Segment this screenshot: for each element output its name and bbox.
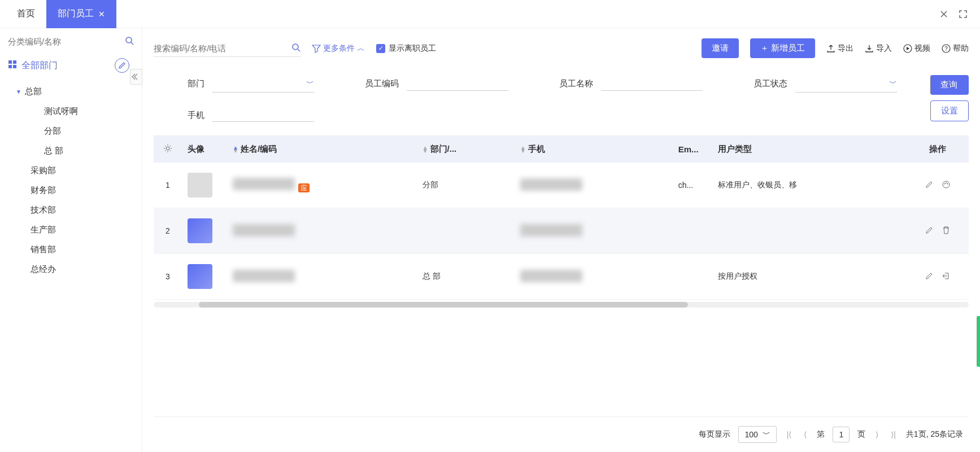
emp-status-select[interactable]: ﹀ [795, 75, 897, 93]
employee-table: 头像 ▲▼姓名/编码 ▲▼部门/... ▲▼手机 Em... 用户类型 操作 1… [154, 136, 969, 300]
tree-node[interactable]: 技术部 [0, 200, 142, 220]
cell-mobile [515, 208, 673, 254]
svg-rect-3 [8, 65, 12, 68]
more-conditions-label: 更多条件 [323, 43, 355, 54]
cell-department: 分部 [417, 163, 515, 208]
field-emp-name: 员工名称 [542, 75, 703, 93]
field-label: 部门 [154, 78, 204, 89]
prev-page-icon[interactable]: ⟨ [802, 430, 809, 439]
first-page-icon[interactable]: |⟨ [785, 430, 794, 439]
tree-node-hq[interactable]: ▼ 总部 [0, 82, 142, 102]
chevron-down-icon: ﹀ [889, 78, 897, 89]
table-row[interactable]: 1应分部ch...标准用户、收银员、移 [154, 163, 969, 208]
import-label: 导入 [876, 43, 892, 54]
query-button[interactable]: 查询 [930, 75, 969, 95]
tree-label: 销售部 [31, 244, 56, 255]
tree-node[interactable]: 销售部 [0, 240, 142, 260]
cell-user-type: 按用户授权 [712, 254, 907, 300]
row-action-icon[interactable] [942, 180, 951, 191]
mobile-input[interactable] [212, 108, 314, 122]
col-label: 姓名/编码 [241, 144, 277, 153]
sidebar-root[interactable]: 全部部门 [0, 52, 142, 78]
close-all-icon[interactable] [938, 8, 949, 20]
col-actions: 操作 [907, 136, 969, 163]
emp-name-input[interactable] [601, 77, 703, 91]
col-label: 手机 [528, 144, 545, 153]
add-employee-button[interactable]: ＋ 新增员工 [750, 38, 815, 58]
settings-button[interactable]: 设置 [930, 100, 969, 121]
redacted-name [233, 224, 295, 236]
toolbar-search [154, 40, 300, 57]
emp-code-input[interactable] [407, 77, 508, 91]
sidebar-search-input[interactable] [8, 37, 125, 46]
search-input[interactable] [154, 40, 291, 56]
table-row[interactable]: 2 [154, 208, 969, 254]
close-icon[interactable]: ✕ [98, 10, 105, 19]
fullscreen-icon[interactable] [957, 8, 969, 20]
row-index: 2 [154, 208, 182, 254]
toolbar: 更多条件 ︿ ✓ 显示离职员工 邀请 ＋ 新增员工 导出 导入 [154, 34, 969, 68]
invite-button[interactable]: 邀请 [702, 38, 739, 58]
tree-node[interactable]: 采购部 [0, 161, 142, 181]
department-select[interactable]: ﹀ [212, 75, 314, 93]
cell-email: ch... [673, 163, 712, 208]
col-name-code[interactable]: ▲▼姓名/编码 [227, 136, 417, 163]
field-label: 手机 [154, 110, 204, 121]
row-index: 1 [154, 163, 182, 208]
page-input[interactable]: 1 [833, 427, 850, 442]
tree-node[interactable]: 总经办 [0, 260, 142, 279]
horizontal-scrollbar[interactable] [154, 302, 969, 308]
table-row[interactable]: 3总 部按用户授权 [154, 254, 969, 300]
side-handle[interactable] [977, 316, 980, 367]
edit-icon[interactable] [115, 58, 129, 73]
checkbox-label: 显示离职员工 [389, 43, 436, 54]
tab-dept-employees[interactable]: 部门员工 ✕ [46, 0, 116, 28]
help-button[interactable]: ? 帮助 [942, 43, 969, 54]
import-button[interactable]: 导入 [865, 43, 892, 54]
row-action-icon[interactable] [942, 226, 951, 236]
filter-actions: 查询 设置 [930, 75, 969, 122]
svg-rect-4 [13, 65, 16, 68]
show-resigned-checkbox[interactable]: ✓ 显示离职员工 [376, 43, 436, 54]
scrollbar-thumb[interactable] [199, 302, 688, 308]
tree-node[interactable]: 总 部 [0, 141, 142, 161]
tree-node[interactable]: 财务部 [0, 181, 142, 200]
edit-icon[interactable] [925, 271, 934, 282]
sidebar-root-label: 全部部门 [21, 60, 58, 72]
collapse-sidebar-icon[interactable] [130, 69, 142, 85]
search-icon[interactable] [291, 43, 300, 54]
content: 更多条件 ︿ ✓ 显示离职员工 邀请 ＋ 新增员工 导出 导入 [142, 28, 980, 452]
plus-icon: ＋ [760, 43, 769, 54]
video-button[interactable]: 视频 [903, 43, 930, 54]
cell-mobile [515, 254, 673, 300]
field-department: 部门 ﹀ [154, 75, 314, 93]
row-action-icon[interactable] [942, 271, 951, 282]
per-page-select[interactable]: 100 ﹀ [738, 426, 776, 443]
cell-name: 应 [227, 163, 417, 208]
cell-name [227, 254, 417, 300]
chevron-down-icon: ﹀ [763, 429, 770, 440]
tab-bar: 首页 部门员工 ✕ [0, 0, 980, 28]
tree-node[interactable]: 测试呀啊 [0, 102, 142, 121]
chevron-down-icon: ﹀ [306, 78, 314, 89]
edit-icon[interactable] [925, 180, 934, 191]
edit-icon[interactable] [925, 226, 934, 236]
cell-user-type [712, 208, 907, 254]
cell-actions [907, 208, 969, 254]
col-settings[interactable] [154, 136, 182, 163]
cell-actions [907, 163, 969, 208]
last-page-icon[interactable]: ⟩| [888, 430, 898, 439]
page-label-suffix: 页 [857, 429, 865, 440]
search-icon[interactable] [125, 36, 134, 47]
tree-node[interactable]: 生产部 [0, 220, 142, 240]
checkbox-checked-icon: ✓ [376, 44, 385, 53]
tree-node[interactable]: 分部 [0, 121, 142, 141]
cell-user-type: 标准用户、收银员、移 [712, 163, 907, 208]
export-button[interactable]: 导出 [826, 43, 853, 54]
col-mobile[interactable]: ▲▼手机 [515, 136, 673, 163]
tab-home[interactable]: 首页 [6, 0, 46, 28]
tree-label: 技术部 [31, 205, 56, 216]
col-department[interactable]: ▲▼部门/... [417, 136, 515, 163]
more-conditions-toggle[interactable]: 更多条件 ︿ [312, 43, 365, 54]
next-page-icon[interactable]: ⟩ [873, 430, 881, 439]
